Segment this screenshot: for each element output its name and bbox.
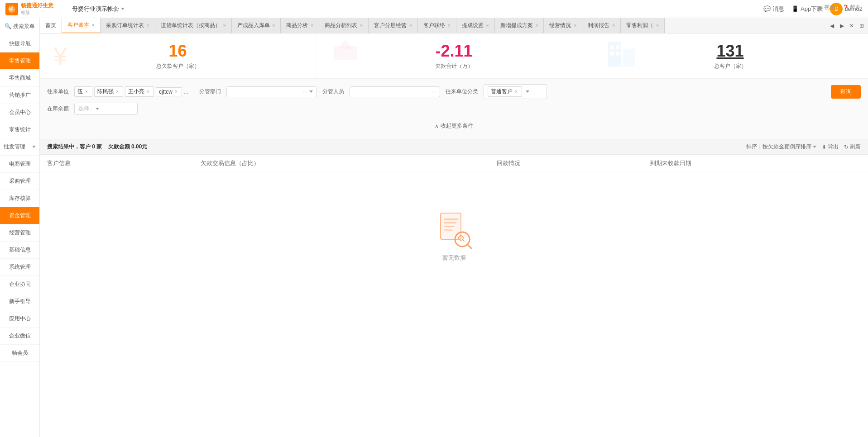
- sidebar-item-inventory[interactable]: 库存核算: [0, 190, 39, 207]
- tab-close-new-prompt-plan[interactable]: ×: [536, 23, 538, 28]
- stat-item-total-customers: 131 总客户（家）: [592, 33, 868, 78]
- tab-home[interactable]: 首页: [40, 18, 62, 33]
- refresh-btn[interactable]: ↻ 刷新: [844, 143, 861, 151]
- sidebar-item-member[interactable]: 会员中心: [0, 104, 39, 121]
- filter-more-tags[interactable]: ...: [184, 89, 188, 95]
- tab-close-prompt-settings[interactable]: ×: [486, 23, 489, 28]
- tab-product-analysis[interactable]: 商品分析 ×: [281, 18, 319, 33]
- sort-label: 排序：按欠款金额倒序排序: [746, 143, 811, 151]
- tab-product-analysis-list[interactable]: 商品分析列表 ×: [319, 18, 369, 33]
- sidebar-item-vip[interactable]: 畅会员: [0, 345, 39, 362]
- tab-customer-account[interactable]: 客户账本 ×: [62, 18, 101, 33]
- tab-customer-segment[interactable]: 客户分层经营 ×: [369, 18, 418, 33]
- tab-customer-contact[interactable]: 客户联络 ×: [418, 18, 456, 33]
- tab-close-cost-inbound[interactable]: ×: [273, 23, 275, 28]
- sidebar-item-retail[interactable]: 零售管理: [0, 52, 39, 70]
- filter-person-dots: ···: [432, 89, 436, 95]
- tab-new-prompt-plan-label: 新增提成方案: [500, 22, 533, 29]
- collapse-label: 收起更多条件: [441, 122, 473, 130]
- tab-next-btn[interactable]: ▶: [837, 21, 846, 30]
- filter-row-1: 往来单位 伍 × 陈民强 × 王小亮 ×: [47, 84, 861, 99]
- filter-unit-type-select[interactable]: 普通客户 ×: [484, 84, 547, 99]
- stat-label-customers: 总欠款客户（家）: [156, 62, 200, 70]
- filter-unit-type-close[interactable]: ×: [513, 89, 519, 95]
- logo-main: 畅捷通好生意: [21, 2, 53, 10]
- logo-text-area: 畅捷通好生意 标版: [21, 2, 53, 16]
- sidebar-item-marketing[interactable]: 营销推广: [0, 87, 39, 104]
- filter-tag-wang-close[interactable]: ×: [145, 89, 151, 95]
- message-btn[interactable]: 💬 消息: [763, 5, 784, 13]
- sidebar-item-retail-mall[interactable]: 零售商城: [0, 70, 39, 87]
- filter-tag-cjttcw-close[interactable]: ×: [173, 89, 179, 95]
- filter-dept-chevron-icon: [309, 90, 313, 93]
- filter-balance-chevron-icon: [96, 108, 99, 110]
- tab-close-all-btn[interactable]: ✕: [847, 21, 856, 30]
- sidebar-item-newbie[interactable]: 新手引导: [0, 293, 39, 310]
- filter-tag-wu[interactable]: 伍 ×: [74, 86, 92, 97]
- tab-close-product-analysis[interactable]: ×: [311, 23, 313, 28]
- sidebar-item-capital[interactable]: 资金管理: [0, 207, 39, 224]
- sidebar-item-retail-label: 零售管理: [0, 52, 39, 69]
- workspace-label: 母婴行业演示帐套: [72, 5, 119, 13]
- export-label: 导出: [828, 143, 839, 151]
- tab-close-retail-profit[interactable]: ×: [656, 23, 659, 28]
- sidebar-quick-nav[interactable]: 快捷导航: [0, 35, 39, 52]
- tab-maximize-btn[interactable]: ⊞: [857, 21, 866, 30]
- export-btn[interactable]: ⬇ 导出: [822, 143, 839, 151]
- sidebar-item-purchase[interactable]: 采购管理: [0, 173, 39, 190]
- tab-cost-inbound[interactable]: 产成品入库单 ×: [232, 18, 281, 33]
- sort-selector[interactable]: 排序：按欠款金额倒序排序: [746, 143, 816, 151]
- tab-close-operations[interactable]: ×: [574, 23, 576, 28]
- app-download-btn[interactable]: 📱 App下载: [791, 5, 823, 13]
- sidebar-item-basic-info[interactable]: 基础信息: [0, 242, 39, 259]
- tab-purchase-stats-by-product[interactable]: 进货单统计表（按商品） ×: [155, 18, 232, 33]
- filter-person-select[interactable]: ···: [350, 86, 440, 97]
- tab-retail-profit[interactable]: 零售利润（ ×: [621, 18, 665, 33]
- filter-dept-select[interactable]: ···: [226, 86, 317, 97]
- filter-unit-type-tag[interactable]: 普通客户 ×: [488, 86, 522, 97]
- sidebar-item-wholesale[interactable]: 批发管理: [0, 138, 39, 156]
- collapse-btn[interactable]: ∧ 收起更多条件: [47, 120, 861, 132]
- sidebar-item-retail-stats[interactable]: 零售统计: [0, 121, 39, 138]
- tab-operations[interactable]: 经营情况 ×: [544, 18, 582, 33]
- stat-label-overdue: 欠款合计（万）: [435, 62, 473, 70]
- stat-value-total-customers[interactable]: 131: [716, 42, 743, 61]
- sidebar-item-member-label: 会员中心: [0, 104, 39, 121]
- sidebar-item-enterprise-collab[interactable]: 企业协同: [0, 276, 39, 293]
- tab-close-customer-contact[interactable]: ×: [448, 23, 451, 28]
- tab-close-product-analysis-list[interactable]: ×: [360, 23, 363, 28]
- svg-rect-10: [444, 218, 458, 220]
- sidebar-item-operations[interactable]: 经营管理: [0, 224, 39, 242]
- tab-new-prompt-plan[interactable]: 新增提成方案 ×: [495, 18, 544, 33]
- filter-tag-chen[interactable]: 陈民强 ×: [94, 86, 123, 97]
- tab-profit-report[interactable]: 利润报告 ×: [582, 18, 621, 33]
- tab-close-purchase-stats[interactable]: ×: [223, 23, 226, 28]
- tab-prev-btn[interactable]: ◀: [827, 21, 836, 30]
- data-table: 客户信息 欠款交易信息（占比） 回款情况 到期未收款日期: [40, 155, 868, 298]
- sidebar-item-vip-label: 畅会员: [0, 345, 39, 361]
- tab-customer-account-label: 客户账本: [67, 21, 89, 29]
- filter-tag-wu-close[interactable]: ×: [84, 89, 89, 95]
- sidebar-item-system[interactable]: 系统管理: [0, 259, 39, 276]
- sidebar-item-enterprise-wechat[interactable]: 企业微信: [0, 328, 39, 345]
- stat-label-total-customers: 总客户（家）: [714, 62, 747, 70]
- workspace-selector[interactable]: 母婴行业演示帐套: [68, 3, 128, 15]
- stat-value-overdue: -2.11: [435, 42, 472, 61]
- tab-close-customer-segment[interactable]: ×: [409, 23, 412, 28]
- tab-close-profit-report[interactable]: ×: [612, 23, 615, 28]
- tab-home-label: 首页: [45, 22, 56, 29]
- sidebar-item-ecommerce[interactable]: 电商管理: [0, 156, 39, 173]
- sidebar-item-app-center[interactable]: 应用中心: [0, 310, 39, 328]
- tab-close-purchase-order[interactable]: ×: [147, 23, 149, 28]
- tab-close-customer-account[interactable]: ×: [92, 23, 95, 28]
- tab-purchase-order-stats[interactable]: 采购订单统计表 ×: [101, 18, 155, 33]
- query-button[interactable]: 查询: [831, 85, 861, 99]
- filter-tag-wang[interactable]: 王小亮 ×: [125, 86, 154, 97]
- tab-prompt-settings[interactable]: 提成设置 ×: [456, 18, 495, 33]
- filter-tag-cjttcw[interactable]: cjttcw ×: [156, 87, 182, 96]
- filter-tag-chen-close[interactable]: ×: [115, 89, 120, 95]
- sidebar-search[interactable]: 🔍 搜索菜单: [0, 18, 39, 35]
- filter-label-unit-type: 往来单位分类: [446, 88, 478, 95]
- filter-balance-select[interactable]: 选择...: [74, 103, 138, 115]
- filter-balance-placeholder: 选择...: [78, 105, 94, 113]
